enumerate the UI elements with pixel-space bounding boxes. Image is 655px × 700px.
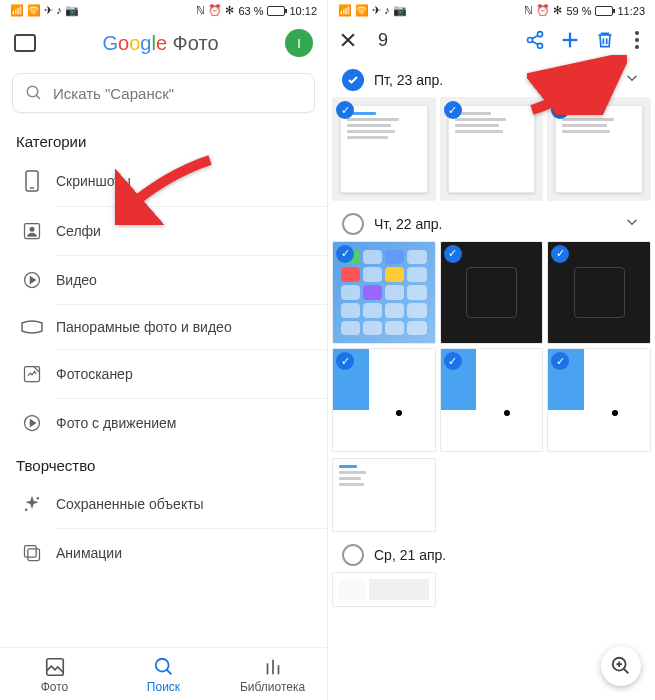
trash-icon[interactable] [595, 30, 615, 50]
photo-icon [44, 656, 66, 678]
search-screen: 📶 🛜 ✈ ♪ 📷 ℕ ⏰ ✻63 % 10:12 Google Фото I … [0, 0, 328, 700]
library-icon [262, 656, 284, 678]
more-icon[interactable] [629, 30, 645, 50]
burst-icon [18, 543, 46, 563]
svg-point-9 [37, 497, 40, 500]
bottom-nav: Фото Поиск Библиотека [0, 647, 327, 700]
svg-rect-13 [46, 659, 63, 676]
person-icon [18, 221, 46, 241]
category-motion[interactable]: Фото с движением [0, 399, 327, 447]
category-photoscan[interactable]: Фотосканер [0, 350, 327, 398]
nav-search[interactable]: Поиск [109, 648, 218, 700]
svg-point-22 [528, 38, 533, 43]
share-icon[interactable] [525, 30, 545, 50]
search-icon [25, 84, 43, 102]
svg-line-15 [166, 670, 171, 675]
photo-thumb[interactable]: ✓ [440, 241, 544, 345]
category-panorama[interactable]: Панорамные фото и видео [0, 305, 327, 349]
motion-icon [18, 413, 46, 433]
svg-point-14 [155, 659, 168, 672]
category-video[interactable]: Видео [0, 256, 327, 304]
nav-photo[interactable]: Фото [0, 648, 109, 700]
avatar[interactable]: I [285, 29, 313, 57]
search-nav-icon [153, 656, 175, 678]
photo-grid-2: ✓ ✓ ✓ ✓ ✓ ✓ [328, 241, 655, 456]
svg-point-31 [635, 38, 639, 42]
svg-rect-12 [25, 546, 37, 558]
section-creative: Творчество [0, 447, 327, 480]
section-categories: Категории [0, 123, 327, 156]
close-icon[interactable] [338, 30, 358, 50]
check-empty-icon[interactable] [342, 213, 364, 235]
photo-grid-3 [328, 458, 655, 536]
date-group-1[interactable]: Пт, 23 апр. [328, 61, 655, 97]
check-empty-icon[interactable] [342, 544, 364, 566]
photo-thumb[interactable]: ✓ [440, 348, 544, 452]
svg-point-10 [25, 509, 28, 512]
svg-rect-11 [28, 549, 40, 561]
svg-point-21 [538, 32, 543, 37]
date-group-2[interactable]: Чт, 22 апр. [328, 205, 655, 241]
chevron-down-icon[interactable] [623, 213, 641, 235]
photo-thumb[interactable]: ✓ [547, 97, 651, 201]
messages-icon[interactable] [14, 34, 36, 52]
panorama-icon [18, 320, 46, 334]
creative-animations[interactable]: Анимации [0, 529, 327, 577]
photo-thumb[interactable] [332, 572, 436, 607]
category-screenshots[interactable]: Скриншоты [0, 156, 327, 206]
search-input[interactable]: Искать "Саранск" [12, 73, 315, 113]
photo-thumb[interactable]: ✓ [547, 241, 651, 345]
chevron-down-icon[interactable] [623, 69, 641, 91]
svg-line-1 [36, 95, 40, 99]
photo-grid-4 [328, 572, 655, 611]
zoom-in-icon [610, 655, 632, 677]
status-bar-left: 📶 🛜 ✈ ♪ 📷 ℕ ⏰ ✻63 % 10:12 [0, 0, 327, 19]
category-selfie[interactable]: Селфи [0, 207, 327, 255]
svg-point-5 [30, 227, 35, 232]
scan-icon [18, 364, 46, 384]
play-icon [18, 270, 46, 290]
svg-point-0 [27, 86, 38, 97]
selection-screen: 📶 🛜 ✈ ♪ 📷 ℕ ⏰ ✻59 % 11:23 9 Пт, 23 апр. … [328, 0, 655, 700]
app-title: Google Фото [36, 32, 285, 55]
creative-saved[interactable]: Сохраненные объекты [0, 480, 327, 528]
svg-point-30 [635, 31, 639, 35]
photo-thumb[interactable]: ✓ [547, 348, 651, 452]
sparkle-icon [18, 494, 46, 514]
svg-point-32 [635, 45, 639, 49]
app-header: Google Фото I [0, 19, 327, 67]
selection-header: 9 [328, 19, 655, 61]
nav-library[interactable]: Библиотека [218, 648, 327, 700]
svg-line-25 [532, 41, 538, 44]
photo-grid-1: ✓ ✓ ✓ [328, 97, 655, 205]
search-placeholder: Искать "Саранск" [53, 85, 174, 102]
photo-thumb[interactable]: ✓ [440, 97, 544, 201]
date-group-3[interactable]: Ср, 21 апр. [328, 536, 655, 572]
photo-thumb[interactable] [332, 458, 436, 532]
photo-thumb[interactable]: ✓ [332, 97, 436, 201]
svg-line-34 [624, 669, 629, 674]
zoom-fab[interactable] [601, 646, 641, 686]
phone-icon [18, 170, 46, 192]
svg-point-23 [538, 43, 543, 48]
selection-count: 9 [372, 30, 511, 51]
photo-thumb[interactable]: ✓ [332, 348, 436, 452]
photo-thumb[interactable]: ✓ [332, 241, 436, 345]
check-icon[interactable] [342, 69, 364, 91]
svg-line-24 [532, 35, 538, 38]
add-icon[interactable] [559, 29, 581, 51]
status-bar-right: 📶 🛜 ✈ ♪ 📷 ℕ ⏰ ✻59 % 11:23 [328, 0, 655, 19]
